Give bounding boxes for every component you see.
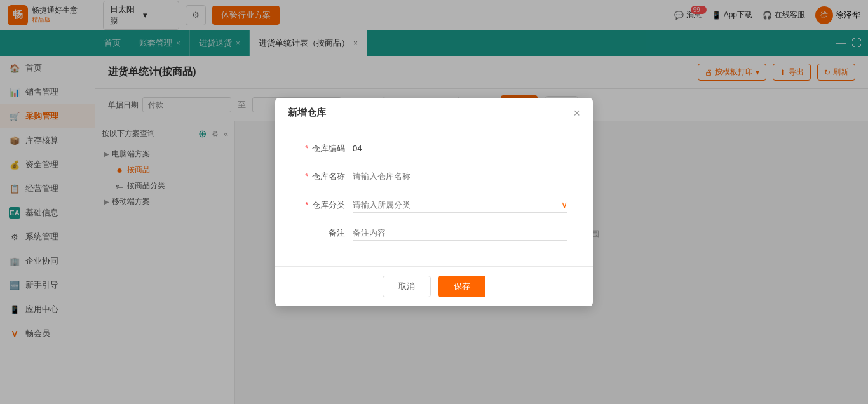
category-required-star: *	[305, 200, 308, 210]
modal-body: * 仓库编码 * 仓库名称 * 仓库分类	[275, 128, 593, 266]
warehouse-remark-field: 备注	[301, 226, 567, 241]
modal-footer: 取消 保存	[275, 266, 593, 306]
modal-overlay: 新增仓库 × * 仓库编码 * 仓库名称	[0, 0, 868, 404]
warehouse-code-input[interactable]	[353, 141, 567, 156]
warehouse-remark-label: 备注	[301, 227, 345, 239]
add-warehouse-modal: 新增仓库 × * 仓库编码 * 仓库名称	[275, 98, 593, 306]
warehouse-code-field: * 仓库编码	[301, 141, 567, 156]
warehouse-name-input[interactable]	[353, 169, 567, 184]
code-required-star: *	[305, 144, 308, 153]
modal-header: 新增仓库 ×	[275, 98, 593, 128]
warehouse-category-field: * 仓库分类 ∨	[301, 197, 567, 213]
warehouse-category-selector[interactable]: ∨	[353, 197, 567, 213]
category-dropdown-arrow: ∨	[561, 199, 567, 210]
save-button[interactable]: 保存	[438, 276, 485, 297]
modal-title: 新增仓库	[288, 107, 326, 119]
warehouse-category-label: * 仓库分类	[301, 199, 345, 211]
name-required-star: *	[305, 172, 308, 181]
warehouse-name-field: * 仓库名称	[301, 169, 567, 184]
warehouse-category-input[interactable]	[353, 200, 561, 210]
warehouse-name-label: * 仓库名称	[301, 171, 345, 182]
warehouse-code-label: * 仓库编码	[301, 143, 345, 154]
cancel-button[interactable]: 取消	[383, 276, 431, 297]
warehouse-remark-input[interactable]	[353, 226, 567, 241]
modal-close-button[interactable]: ×	[573, 107, 580, 119]
